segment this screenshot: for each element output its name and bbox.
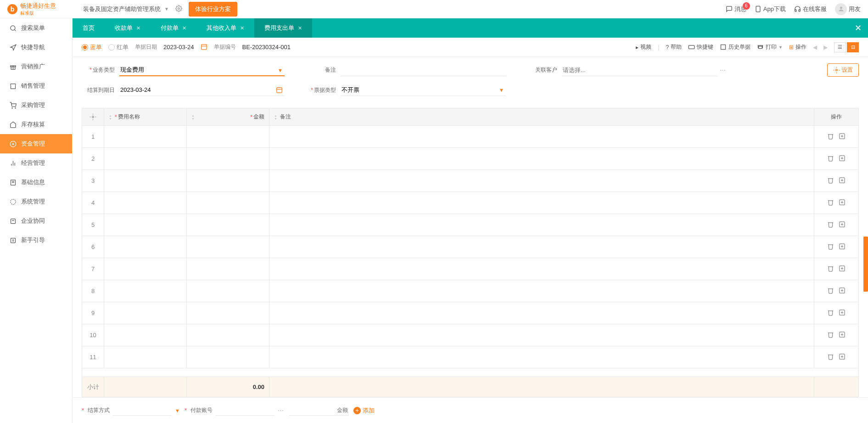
cell-remark[interactable]	[269, 258, 814, 280]
delete-row-icon[interactable]	[827, 287, 834, 295]
cell-name[interactable]	[104, 192, 187, 214]
invoice-type-select[interactable]	[341, 84, 506, 96]
add-row-icon[interactable]	[839, 199, 846, 207]
radio-red[interactable]: 红单	[108, 43, 129, 51]
calendar-icon[interactable]	[201, 43, 207, 51]
cell-remark[interactable]	[269, 346, 814, 368]
delete-row-icon[interactable]	[827, 177, 834, 185]
cell-name[interactable]	[104, 346, 187, 368]
cell-amount[interactable]	[187, 192, 269, 214]
chevron-down-icon[interactable]: ▼	[278, 68, 283, 73]
close-icon[interactable]: ✕	[240, 25, 244, 31]
tab-home[interactable]: 首页	[73, 18, 105, 38]
th-name[interactable]: ▲▼*费用名称	[104, 108, 187, 125]
cell-remark[interactable]	[269, 170, 814, 192]
delete-row-icon[interactable]	[827, 331, 834, 339]
th-remark[interactable]: ▲▼备注	[269, 108, 814, 125]
cell-amount[interactable]	[187, 324, 269, 346]
biz-type-select[interactable]	[119, 64, 285, 76]
delete-row-icon[interactable]	[827, 221, 834, 229]
cell-amount[interactable]	[187, 236, 269, 258]
calendar-icon[interactable]	[276, 86, 283, 94]
add-row-icon[interactable]	[839, 331, 846, 339]
industry-solution-button[interactable]: 体验行业方案	[189, 2, 237, 17]
add-row-icon[interactable]	[839, 221, 846, 229]
sidebar-item-system[interactable]: 系统管理	[0, 192, 72, 211]
next-button[interactable]: ▶	[823, 44, 828, 51]
cell-name[interactable]	[104, 280, 187, 302]
delete-row-icon[interactable]	[827, 199, 834, 207]
sidebar-item-collab[interactable]: 企业协同	[0, 211, 72, 231]
cell-amount[interactable]	[187, 258, 269, 280]
cell-name[interactable]	[104, 126, 187, 147]
customer-select[interactable]	[562, 64, 718, 76]
cell-remark[interactable]	[269, 192, 814, 214]
ops-button[interactable]: ⊞ 操作	[789, 43, 806, 51]
amount-input[interactable]	[289, 405, 349, 416]
add-button[interactable]: + 添加	[353, 406, 375, 415]
ellipsis-icon[interactable]: ⋯	[278, 407, 285, 414]
delete-row-icon[interactable]	[827, 243, 834, 251]
settings-button[interactable]: 设置	[827, 63, 859, 77]
sort-icon[interactable]: ▲▼	[109, 114, 112, 120]
add-row-icon[interactable]	[839, 309, 846, 317]
customer-service-link[interactable]: 在线客服	[794, 5, 827, 13]
cell-remark[interactable]	[269, 280, 814, 302]
radio-blue[interactable]: 蓝单	[82, 43, 102, 51]
scrollbar-thumb[interactable]	[863, 237, 868, 292]
cell-name[interactable]	[104, 148, 187, 169]
delete-row-icon[interactable]	[827, 133, 834, 141]
prev-button[interactable]: ◀	[813, 44, 817, 51]
add-row-icon[interactable]	[839, 243, 846, 251]
date-value[interactable]: 2023-03-24	[163, 44, 194, 51]
gear-icon[interactable]	[175, 5, 182, 13]
add-row-icon[interactable]	[839, 287, 846, 295]
add-row-icon[interactable]	[839, 133, 846, 141]
account-select[interactable]	[215, 405, 275, 416]
delete-row-icon[interactable]	[827, 265, 834, 273]
help-button[interactable]: ? 帮助	[666, 43, 682, 51]
close-icon[interactable]: ✕	[298, 25, 302, 31]
th-amount[interactable]: ▲▼*金额	[187, 108, 269, 125]
cell-amount[interactable]	[187, 346, 269, 368]
video-button[interactable]: ▸ 视频	[636, 43, 651, 51]
sidebar-item-marketing[interactable]: 营销推广	[0, 57, 72, 76]
cell-amount[interactable]	[187, 280, 269, 302]
cell-remark[interactable]	[269, 302, 814, 324]
add-row-icon[interactable]	[839, 155, 846, 163]
sort-icon[interactable]: ▲▼	[191, 114, 195, 120]
view-list-button[interactable]: ☰	[834, 42, 846, 52]
shortcut-button[interactable]: 快捷键	[688, 43, 713, 51]
sidebar-item-inventory[interactable]: 库存核算	[0, 115, 72, 134]
cell-name[interactable]	[104, 258, 187, 280]
system-selector[interactable]: 装备及固定资产辅助管理系统 ▼	[83, 5, 169, 13]
settle-method-select[interactable]	[112, 405, 172, 416]
chevron-down-icon[interactable]: ▼	[175, 408, 180, 413]
user-menu[interactable]: 用友	[835, 3, 861, 15]
cell-amount[interactable]	[187, 170, 269, 192]
delete-row-icon[interactable]	[827, 309, 834, 317]
sidebar-item-purchase[interactable]: 采购管理	[0, 96, 72, 115]
sidebar-item-finance[interactable]: 资金管理	[0, 134, 72, 153]
cell-name[interactable]	[104, 302, 187, 324]
cell-amount[interactable]	[187, 126, 269, 147]
cell-name[interactable]	[104, 324, 187, 346]
cell-name[interactable]	[104, 236, 187, 258]
tab-other-income[interactable]: 其他收入单✕	[196, 18, 254, 38]
history-button[interactable]: 历史单据	[720, 43, 750, 51]
cell-remark[interactable]	[269, 148, 814, 169]
sidebar-item-guide[interactable]: 新手引导	[0, 231, 72, 250]
remark-input[interactable]	[341, 64, 506, 76]
cell-remark[interactable]	[269, 126, 814, 147]
cell-remark[interactable]	[269, 214, 814, 236]
ellipsis-icon[interactable]: ⋯	[720, 67, 726, 73]
sidebar-item-search[interactable]: 搜索菜单	[0, 18, 72, 38]
cell-remark[interactable]	[269, 324, 814, 346]
sort-icon[interactable]: ▲▼	[274, 114, 277, 120]
sidebar-item-basic[interactable]: 基础信息	[0, 173, 72, 192]
add-row-icon[interactable]	[839, 177, 846, 185]
tab-receipt[interactable]: 收款单✕	[105, 18, 151, 38]
tab-expense[interactable]: 费用支出单✕	[254, 18, 312, 38]
cell-name[interactable]	[104, 170, 187, 192]
sidebar-item-quicknav[interactable]: 快捷导航	[0, 38, 72, 57]
